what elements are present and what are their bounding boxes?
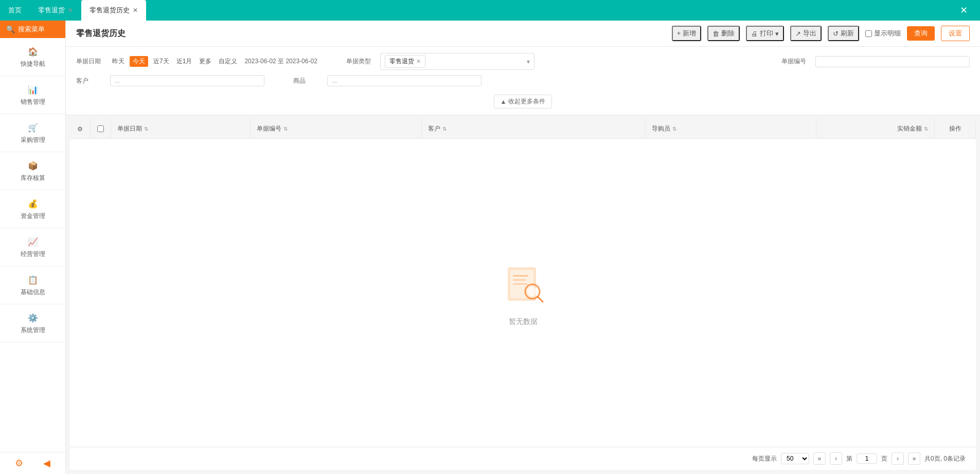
date-opt-today[interactable]: 今天 <box>130 56 148 67</box>
th-guide-sort-icon: ⇅ <box>672 126 676 132</box>
sidebar-item-purchase[interactable]: 🛒 采购管理 <box>0 114 65 152</box>
empty-text: 暂无数据 <box>509 317 538 326</box>
date-opt-more[interactable]: 更多 <box>197 56 213 67</box>
sidebar-item-inventory[interactable]: 📦 库存核算 <box>0 152 65 190</box>
th-ops: 操作 <box>935 119 976 138</box>
collapse-button-label: 收起更多条件 <box>508 97 545 106</box>
th-gear[interactable]: ⚙ <box>70 119 91 138</box>
sidebar-item-operations[interactable]: 📈 经营管理 <box>0 228 65 266</box>
th-billno-label: 单据编号 <box>257 124 281 133</box>
tab-retail-return-history-close[interactable]: ✕ <box>133 7 138 14</box>
show-detail-label: 显示明细 <box>874 29 901 38</box>
sidebar-item-purchase-label: 采购管理 <box>21 136 45 144</box>
th-guide[interactable]: 导购员 ⇅ <box>646 119 817 138</box>
th-check[interactable] <box>91 119 111 138</box>
th-guide-label: 导购员 <box>652 124 670 133</box>
settings-button[interactable]: 设置 <box>941 26 970 41</box>
th-billno-sort-icon: ⇅ <box>283 126 288 132</box>
tab-home[interactable]: 首页 <box>0 0 30 21</box>
bill-no-input[interactable] <box>815 56 970 67</box>
new-button-label: + 新增 <box>677 29 696 38</box>
show-detail-checkbox[interactable] <box>865 30 872 37</box>
sidebar-item-basics[interactable]: 📋 基础信息 <box>0 266 65 304</box>
bill-type-container: 零售退货 ✕ ▾ <box>380 53 753 70</box>
date-opt-1month[interactable]: 近1月 <box>174 56 194 67</box>
export-button[interactable]: ↗ 导出 <box>790 26 822 41</box>
goods-input[interactable]: ... <box>327 75 482 86</box>
th-date[interactable]: 单据日期 ⇅ <box>111 119 251 138</box>
empty-state: 暂无数据 <box>497 260 549 326</box>
query-button[interactable]: 查询 <box>907 26 935 41</box>
page-size-select[interactable]: 50 10 20 100 <box>781 453 809 464</box>
date-range-display: 2023-06-02 至 2023-06-02 <box>244 57 317 66</box>
th-amount-label: 实销金额 <box>897 124 922 133</box>
empty-icon <box>497 260 549 311</box>
page-last-button[interactable]: » <box>908 452 920 465</box>
sidebar-item-system[interactable]: ⚙️ 系统管理 <box>0 304 65 342</box>
th-amount[interactable]: 实销金额 ⇅ <box>816 119 935 138</box>
page-prev-button[interactable]: ‹ <box>830 452 842 465</box>
date-opt-custom[interactable]: 自定义 <box>217 56 239 67</box>
refresh-button-label: 刷新 <box>841 29 854 38</box>
svg-rect-2 <box>513 275 528 277</box>
table-body: 暂无数据 <box>70 139 976 447</box>
th-customer[interactable]: 客户 ⇅ <box>422 119 646 138</box>
inventory-icon: 📦 <box>27 159 39 172</box>
query-button-label: 查询 <box>914 29 928 38</box>
quicknav-icon: 🏠 <box>27 45 39 58</box>
th-customer-label: 客户 <box>428 124 440 133</box>
settings-button-label: 设置 <box>949 29 962 38</box>
export-button-label: 导出 <box>803 29 816 38</box>
page-number-input[interactable] <box>857 453 877 464</box>
bill-type-dropdown[interactable]: 零售退货 ✕ ▾ <box>380 53 534 70</box>
basics-icon: 📋 <box>27 274 39 286</box>
new-button[interactable]: + 新增 <box>672 26 701 41</box>
bill-type-value: 零售退货 <box>389 57 414 66</box>
show-detail-checkbox-label[interactable]: 显示明细 <box>865 29 901 38</box>
refresh-button[interactable]: ↺ 刷新 <box>828 26 859 41</box>
sidebar-item-quicknav[interactable]: 🏠 快捷导航 <box>0 38 65 76</box>
tab-retail-return-history[interactable]: 零售退货历史 ✕ <box>81 0 146 21</box>
export-icon: ↗ <box>795 30 801 38</box>
page-page-label: 页 <box>881 454 887 463</box>
tab-retail-return-close[interactable]: ✕ <box>68 7 73 14</box>
sidebar-pin-button[interactable]: ◀ <box>43 458 50 469</box>
date-opt-yesterday[interactable]: 昨天 <box>110 56 127 67</box>
sidebar-item-operations-label: 经营管理 <box>21 250 45 259</box>
search-icon: 🔍 <box>6 25 15 33</box>
sales-icon: 📊 <box>27 83 39 96</box>
sidebar-settings-button[interactable]: ⚙ <box>15 458 23 469</box>
finance-icon: 💰 <box>27 197 39 210</box>
sidebar-item-system-label: 系统管理 <box>21 326 45 335</box>
bill-type-tag-close[interactable]: ✕ <box>416 58 421 65</box>
delete-button[interactable]: 🗑 删除 <box>707 26 740 41</box>
sidebar-search[interactable]: 🔍 搜索菜单 <box>0 21 65 38</box>
customer-input[interactable]: ... <box>110 75 264 86</box>
svg-rect-3 <box>513 279 526 281</box>
print-dropdown-icon: ▾ <box>775 30 779 38</box>
filter-row-2: 客户 ... 商品 ... <box>76 75 970 86</box>
topbar-right: ✕ <box>956 5 980 16</box>
page-di-label: 第 <box>846 454 852 463</box>
page-first-button[interactable]: « <box>813 452 826 465</box>
date-opt-7days[interactable]: 近7天 <box>151 56 171 67</box>
bill-type-label: 单据类型 <box>346 57 372 66</box>
th-amount-sort-icon: ⇅ <box>924 126 928 132</box>
total-label: 共0页, 0条记录 <box>924 454 966 463</box>
window-close-button[interactable]: ✕ <box>956 5 972 16</box>
sidebar-search-label: 搜索菜单 <box>18 25 45 34</box>
bill-no-label: 单据编号 <box>781 57 807 66</box>
tab-retail-return-history-label: 零售退货历史 <box>90 6 130 15</box>
collapse-button[interactable]: ▲ 收起更多条件 <box>494 95 553 108</box>
select-all-checkbox[interactable] <box>97 125 104 132</box>
th-billno[interactable]: 单据编号 ⇅ <box>251 119 422 138</box>
tab-bar: 首页 零售退货 ✕ 零售退货历史 ✕ <box>0 0 956 21</box>
svg-point-6 <box>528 287 537 296</box>
page-next-button[interactable]: › <box>892 452 904 465</box>
tab-retail-return[interactable]: 零售退货 ✕ <box>30 0 81 21</box>
pagination-bar: 每页显示 50 10 20 100 « ‹ 第 页 › » 共0页, 0条记录 <box>70 447 976 470</box>
sidebar-item-finance[interactable]: 💰 资金管理 <box>0 190 65 228</box>
sidebar-item-sales[interactable]: 📊 销售管理 <box>0 76 65 114</box>
sidebar-item-finance-label: 资金管理 <box>21 212 45 221</box>
print-button[interactable]: 🖨 打印 ▾ <box>746 26 784 41</box>
